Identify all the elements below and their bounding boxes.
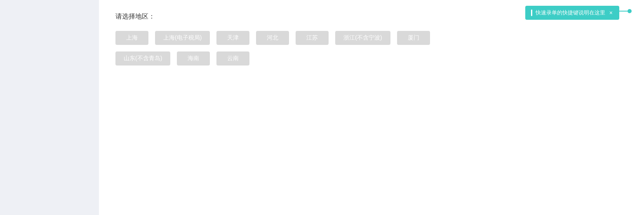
region-button[interactable]: 江苏 <box>296 31 329 45</box>
region-button[interactable]: 天津 <box>216 31 249 45</box>
region-button[interactable]: 厦门 <box>397 31 430 45</box>
tooltip-text: 快速录单的快捷键说明在这里 <box>536 9 605 16</box>
tooltip-connector-dot <box>628 9 632 13</box>
region-button[interactable]: 云南 <box>216 51 249 65</box>
region-button[interactable]: 上海 <box>115 31 148 45</box>
region-button[interactable]: 浙江(不含宁波) <box>335 31 390 45</box>
region-button[interactable]: 海南 <box>177 51 210 65</box>
sidebar <box>0 0 99 215</box>
tooltip-popup: 快速录单的快捷键说明在这里 × <box>525 6 619 20</box>
region-button[interactable]: 河北 <box>256 31 289 45</box>
tooltip-close-button[interactable]: × <box>609 10 613 16</box>
region-row-2: 山东(不含青岛)海南云南 <box>115 51 628 65</box>
region-row-1: 上海上海(电子税局)天津河北江苏浙江(不含宁波)厦门 <box>115 31 628 45</box>
region-button[interactable]: 山东(不含青岛) <box>115 51 170 65</box>
tooltip-connector-line <box>619 11 628 12</box>
region-button[interactable]: 上海(电子税局) <box>155 31 210 45</box>
main-content: 请选择地区： 上海上海(电子税局)天津河北江苏浙江(不含宁波)厦门 山东(不含青… <box>99 0 644 215</box>
tooltip-bar <box>531 9 532 16</box>
